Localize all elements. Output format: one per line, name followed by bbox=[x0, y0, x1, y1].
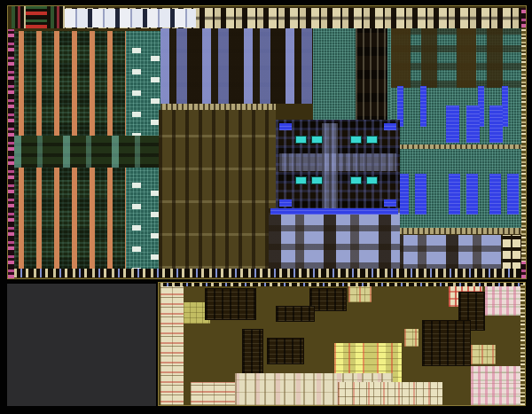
gpu-sram-square bbox=[489, 105, 503, 143]
cluster-cyan-sram bbox=[311, 176, 323, 184]
bottom-left-pad-rows bbox=[191, 382, 235, 405]
gpu-sram-pair bbox=[449, 174, 460, 215]
gpu-sram-square bbox=[446, 105, 459, 143]
chip-package-die-photo bbox=[0, 0, 532, 414]
cluster-cyan-sram bbox=[295, 136, 307, 144]
gpu-sram-pair bbox=[466, 174, 478, 215]
gpu-front-end-band bbox=[391, 26, 521, 88]
sram-bank-center bbox=[422, 320, 471, 366]
gpu-sram-pair bbox=[507, 174, 519, 215]
cluster-cyan-sram bbox=[366, 176, 378, 184]
gpu-sram-pair bbox=[415, 174, 426, 215]
khaki-cell-block bbox=[348, 286, 372, 302]
cluster-blue-corner bbox=[279, 123, 292, 130]
right-edge-seal-ring bbox=[520, 285, 526, 405]
sram-bank bbox=[205, 288, 256, 320]
cluster-blue-corner bbox=[279, 199, 292, 207]
gpu-sram-bar bbox=[420, 86, 426, 127]
cluster-blue-corner bbox=[384, 199, 396, 207]
gpu-sram-bar bbox=[502, 86, 508, 127]
khaki-cell-block bbox=[404, 329, 419, 347]
gpu-sram-square bbox=[466, 105, 480, 143]
cpu-core-pair-bottom bbox=[14, 168, 126, 270]
south-logic-block bbox=[269, 208, 400, 269]
gpu-sram-pair bbox=[489, 174, 501, 215]
cluster-cyan-sram bbox=[350, 176, 362, 184]
io-pad-grid-bottom-right bbox=[501, 235, 521, 270]
small-chipset-die bbox=[158, 282, 526, 406]
south-blue-strip bbox=[270, 208, 398, 215]
cluster-cyan-sram bbox=[295, 176, 307, 184]
large-soc-die bbox=[7, 5, 527, 279]
top-white-pads bbox=[65, 9, 196, 27]
cluster-v-band bbox=[322, 123, 338, 208]
center-dark-column bbox=[356, 27, 387, 125]
cluster-cyan-sram bbox=[366, 136, 378, 144]
array-header-strip bbox=[160, 104, 276, 110]
uncore-striped-array bbox=[159, 110, 276, 269]
cluster-cyan-sram bbox=[311, 136, 323, 144]
sram-bank bbox=[309, 288, 347, 311]
corner-fiducial-cells bbox=[26, 6, 47, 28]
top-edge-ticks bbox=[160, 283, 525, 286]
backdrop-panel bbox=[7, 284, 156, 406]
bottom-cell-row bbox=[338, 382, 442, 405]
khaki-cell-block bbox=[471, 345, 496, 364]
analog-block-bottom-right bbox=[471, 366, 522, 405]
core-mid-logic-band bbox=[14, 136, 168, 168]
gpu-row-seam bbox=[391, 145, 521, 149]
sram-row bbox=[276, 306, 315, 322]
uncore-logic-block bbox=[160, 26, 313, 104]
cpu-core-pair-top bbox=[14, 31, 126, 136]
sram-bank bbox=[267, 338, 304, 364]
bottom-io-pad-ring bbox=[14, 269, 521, 277]
cluster-blue-corner bbox=[384, 123, 396, 130]
cluster-cyan-sram bbox=[350, 136, 362, 144]
right-edge-pink-bottom bbox=[521, 262, 527, 278]
right-edge-seal-ring bbox=[521, 8, 527, 278]
analog-block-top-right bbox=[485, 284, 524, 316]
gpu-bottom-logic bbox=[391, 235, 501, 270]
left-edge-seal-ring bbox=[8, 29, 14, 278]
cluster-h-band bbox=[279, 153, 396, 171]
right-edge-pink-top bbox=[521, 8, 527, 27]
gpu-tick-strip bbox=[391, 228, 521, 234]
left-io-pad-column bbox=[160, 286, 184, 405]
